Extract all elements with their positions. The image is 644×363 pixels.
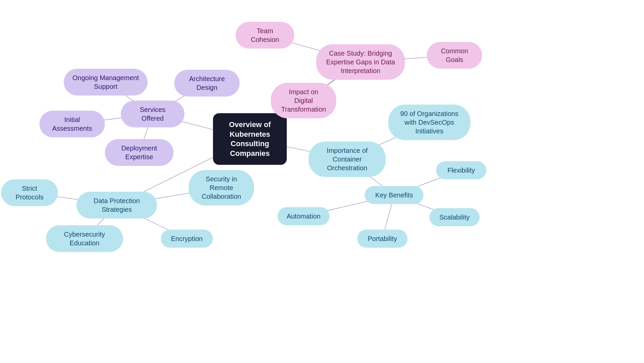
node-keyBenefits[interactable]: Key Benefits [365,186,424,204]
node-architectureDesign[interactable]: Architecture Design [174,70,240,97]
node-servicesOffered[interactable]: Services Offered [121,101,184,127]
node-flexibility[interactable]: Flexibility [436,161,486,179]
node-dataProtection[interactable]: Data Protection Strategies [76,192,157,219]
node-deploymentExpertise[interactable]: Deployment Expertise [105,139,174,166]
node-initialAssessments[interactable]: Initial Assessments [40,111,105,137]
node-ongoingManagement[interactable]: Ongoing Management Support [64,69,148,96]
node-devSecOps[interactable]: 90 of Organizations with DevSecOps Initi… [388,105,471,140]
node-portability[interactable]: Portability [357,230,408,248]
node-caseStudy[interactable]: Case Study: Bridging Expertise Gaps in D… [316,44,405,80]
node-cybersecurityEd[interactable]: Cybersecurity Education [46,225,123,252]
node-encryption[interactable]: Encryption [161,230,213,248]
node-commonGoals[interactable]: Common Goals [427,42,482,69]
mindmap-container: Overview of Kubernetes Consulting Compan… [0,0,644,363]
node-impactDigital[interactable]: Impact on Digital Transformation [271,83,336,118]
node-containerOrch[interactable]: Importance of Container Orchestration [309,141,386,177]
node-teamCohesion[interactable]: Team Cohesion [236,22,294,49]
node-scalability[interactable]: Scalability [429,208,480,226]
node-securityRemote[interactable]: Security in Remote Collaboration [189,170,254,205]
node-center[interactable]: Overview of Kubernetes Consulting Compan… [213,113,287,165]
node-automation[interactable]: Automation [278,207,330,225]
node-strictProtocols[interactable]: Strict Protocols [1,179,58,206]
